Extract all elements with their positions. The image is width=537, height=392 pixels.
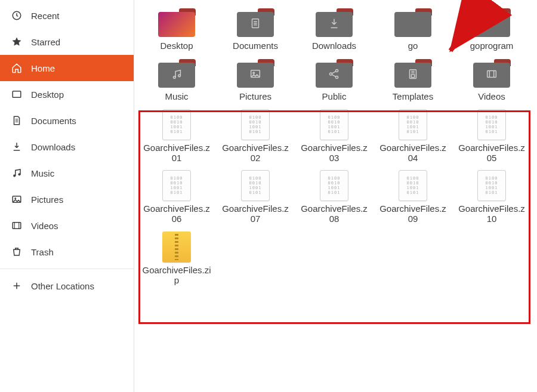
- file-item[interactable]: Public: [295, 57, 373, 106]
- video-glyph-icon: [485, 67, 498, 81]
- file-grid: DesktopDocumentsDownloadsgogoprogramMusi…: [138, 6, 533, 290]
- svg-rect-6: [13, 223, 21, 229]
- file-label: Public: [322, 91, 347, 101]
- sidebar-item-recent[interactable]: Recent: [0, 2, 134, 29]
- file-label: GoarchiveFiles.z06: [141, 203, 212, 224]
- svg-point-9: [178, 75, 181, 77]
- file-item[interactable]: 0100001010010101GoarchiveFiles.z04: [374, 108, 452, 168]
- main-content: DesktopDocumentsDownloadsgogoprogramMusi…: [134, 0, 537, 392]
- binary-file-icon: 0100001010010101: [315, 109, 353, 140]
- sidebar-item-desktop[interactable]: Desktop: [0, 81, 134, 107]
- file-item[interactable]: 0100001010010101GoarchiveFiles.z06: [138, 169, 215, 229]
- file-label: Templates: [393, 91, 433, 101]
- folder-icon: [315, 7, 353, 38]
- file-item[interactable]: 0100001010010101GoarchiveFiles.z08: [295, 169, 373, 229]
- file-label: Videos: [478, 91, 505, 101]
- folder-icon: [473, 7, 511, 38]
- file-item[interactable]: Pictures: [217, 57, 294, 106]
- download-icon: [11, 141, 23, 153]
- picture-glyph-icon: [249, 67, 262, 81]
- document-icon: [11, 115, 23, 126]
- folder-icon: [394, 58, 432, 89]
- file-item[interactable]: Documents: [217, 6, 294, 55]
- binary-file-icon: 0100001010010101: [394, 109, 432, 140]
- svg-point-3: [18, 174, 20, 175]
- document-glyph-icon: [249, 17, 262, 30]
- music-glyph-icon: [170, 67, 183, 81]
- file-item[interactable]: Desktop: [138, 6, 215, 55]
- sidebar-item-label: Pictures: [31, 195, 63, 205]
- file-label: Music: [165, 91, 188, 101]
- folder-icon: [236, 58, 274, 89]
- share-glyph-icon: [328, 67, 341, 81]
- sidebar-item-label: Downloads: [31, 142, 75, 152]
- file-label: Pictures: [239, 91, 271, 101]
- folder-icon: [158, 7, 196, 38]
- file-label: GoarchiveFiles.z08: [298, 203, 370, 224]
- file-item[interactable]: 0100001010010101GoarchiveFiles.z02: [217, 108, 294, 168]
- file-item[interactable]: go: [374, 6, 452, 55]
- plus-icon: [11, 280, 23, 292]
- file-item[interactable]: 0100001010010101GoarchiveFiles.z09: [374, 169, 452, 229]
- file-label: GoarchiveFiles.z04: [377, 143, 449, 163]
- sidebar-item-label: Recent: [31, 11, 60, 21]
- sidebar-item-trash[interactable]: Trash: [0, 239, 134, 265]
- desktop-icon: [11, 88, 23, 100]
- sidebar-item-home[interactable]: Home: [0, 55, 134, 81]
- file-label: GoarchiveFiles.zip: [141, 265, 212, 286]
- file-item[interactable]: 0100001010010101GoarchiveFiles.z10: [453, 169, 530, 229]
- sidebar-item-documents[interactable]: Documents: [0, 107, 134, 134]
- file-item[interactable]: GoarchiveFiles.zip: [138, 230, 215, 291]
- picture-icon: [11, 193, 23, 205]
- file-item[interactable]: Templates: [374, 57, 452, 106]
- svg-point-14: [336, 76, 338, 79]
- file-item[interactable]: 0100001010010101GoarchiveFiles.z01: [138, 108, 215, 168]
- file-label: goprogram: [470, 41, 514, 51]
- file-label: GoarchiveFiles.z02: [220, 143, 291, 163]
- binary-file-icon: 0100001010010101: [473, 109, 511, 140]
- svg-point-13: [336, 70, 338, 72]
- sidebar-item-label: Other Locations: [31, 281, 94, 291]
- sidebar-item-label: Documents: [31, 116, 76, 126]
- file-item[interactable]: goprogram: [453, 6, 530, 55]
- sidebar-item-downloads[interactable]: Downloads: [0, 134, 134, 160]
- folder-icon: [315, 58, 353, 89]
- sidebar-item-label: Videos: [31, 221, 58, 231]
- star-icon: [11, 36, 23, 48]
- sidebar-item-starred[interactable]: Starred: [0, 29, 134, 55]
- binary-file-icon: 0100001010010101: [236, 109, 274, 140]
- binary-file-icon: 0100001010010101: [394, 170, 432, 201]
- svg-rect-17: [487, 71, 496, 78]
- file-label: Downloads: [312, 41, 356, 51]
- binary-file-icon: 0100001010010101: [158, 170, 196, 201]
- file-label: GoarchiveFiles.z09: [377, 203, 449, 224]
- file-label: go: [408, 41, 418, 51]
- trash-icon: [11, 246, 23, 258]
- sidebar-item-label: Home: [31, 63, 55, 73]
- binary-file-icon: 0100001010010101: [315, 170, 353, 201]
- template-glyph-icon: [406, 67, 419, 81]
- download-glyph-icon: [328, 17, 341, 30]
- file-item[interactable]: 0100001010010101GoarchiveFiles.z03: [295, 108, 373, 168]
- file-item[interactable]: Videos: [453, 57, 530, 106]
- binary-file-icon: 0100001010010101: [236, 170, 274, 201]
- video-icon: [11, 220, 23, 232]
- sidebar-item-videos[interactable]: Videos: [0, 212, 134, 239]
- file-label: Documents: [233, 41, 278, 51]
- sidebar-item-label: Music: [31, 168, 54, 178]
- file-label: GoarchiveFiles.z10: [456, 203, 527, 224]
- file-item[interactable]: 0100001010010101GoarchiveFiles.z05: [453, 108, 530, 168]
- sidebar-item-pictures[interactable]: Pictures: [0, 186, 134, 212]
- sidebar-item-other-locations[interactable]: Other Locations: [0, 273, 134, 299]
- file-label: GoarchiveFiles.z05: [456, 143, 527, 163]
- sidebar-item-label: Trash: [31, 247, 54, 257]
- svg-point-5: [15, 197, 16, 199]
- file-item[interactable]: Music: [138, 57, 215, 106]
- sidebar-item-music[interactable]: Music: [0, 160, 134, 186]
- file-item[interactable]: 0100001010010101GoarchiveFiles.z07: [217, 169, 294, 229]
- sidebar-divider: [0, 268, 134, 269]
- svg-rect-1: [13, 91, 21, 98]
- music-icon: [11, 167, 23, 179]
- folder-icon: [473, 58, 511, 89]
- file-item[interactable]: Downloads: [295, 6, 373, 55]
